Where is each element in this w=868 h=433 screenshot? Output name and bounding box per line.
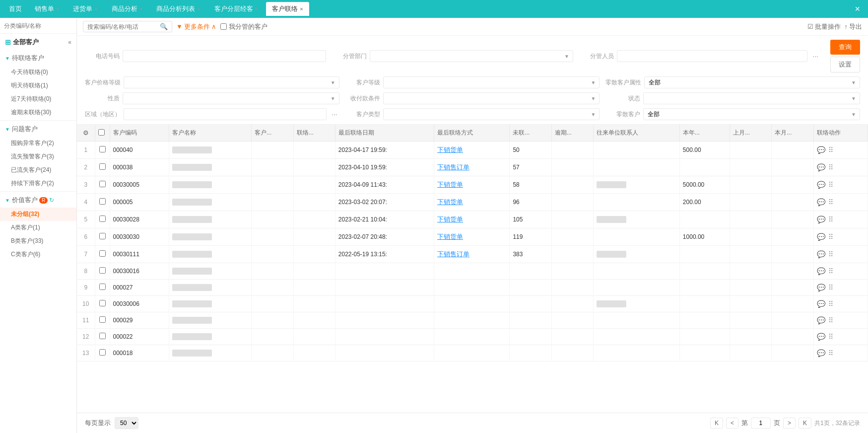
row-last-contact-method[interactable] bbox=[434, 329, 510, 345]
nav-tab-purchase[interactable]: 进货单 × bbox=[67, 2, 103, 16]
nav-home[interactable]: 首页 bbox=[4, 4, 27, 13]
row-checkbox[interactable] bbox=[99, 146, 106, 152]
export-button[interactable]: ↑ 导出 bbox=[845, 22, 863, 31]
nav-close-button[interactable]: × bbox=[851, 4, 864, 14]
row-checkbox[interactable] bbox=[99, 250, 106, 257]
more-icon[interactable]: ⠿ bbox=[828, 198, 833, 206]
more-icon[interactable]: ⠿ bbox=[828, 284, 833, 291]
row-checkbox-cell[interactable] bbox=[95, 329, 110, 345]
settings-column-header[interactable]: ⚙ bbox=[77, 125, 95, 142]
col-header-partner-contact[interactable]: 往来单位联系人 bbox=[593, 125, 679, 142]
prev-page-button[interactable]: < bbox=[726, 418, 738, 429]
row-last-contact-method[interactable]: 下销售订单 bbox=[434, 246, 510, 263]
row-checkbox-cell[interactable] bbox=[95, 142, 110, 159]
contact-method-link[interactable]: 下销售订单 bbox=[437, 250, 469, 258]
more-icon[interactable]: ⠿ bbox=[828, 163, 833, 171]
nav-tab-analysis-close[interactable]: × bbox=[139, 6, 142, 12]
contact-method-link[interactable]: 下销售订单 bbox=[437, 163, 469, 171]
row-name[interactable]: *** bbox=[169, 345, 252, 361]
phone-input[interactable] bbox=[123, 50, 326, 62]
price-level-select[interactable] bbox=[124, 76, 339, 88]
reset-button[interactable]: 设置 bbox=[830, 57, 860, 72]
contact-method-link[interactable]: 下销货单 bbox=[437, 146, 463, 153]
row-last-contact-method[interactable] bbox=[434, 312, 510, 329]
col-header-contact[interactable]: 联络... bbox=[293, 125, 335, 142]
row-checkbox-cell[interactable] bbox=[95, 194, 110, 211]
sidebar-item-churn-warning[interactable]: 流失预警客户(3) bbox=[0, 150, 76, 163]
contact-method-link[interactable]: 下销货单 bbox=[437, 216, 463, 223]
status-select[interactable] bbox=[643, 92, 860, 104]
more-filters-button[interactable]: ▼ 更多条件 ∧ bbox=[176, 22, 216, 31]
col-header-this-month[interactable]: 本月... bbox=[772, 125, 813, 142]
nav-tab-contact[interactable]: 客户联络 × bbox=[266, 2, 309, 16]
first-page-button[interactable]: K bbox=[710, 418, 723, 429]
sidebar-item-c-class[interactable]: C类客户(6) bbox=[0, 248, 76, 261]
row-name[interactable]: ***公 bbox=[169, 280, 252, 296]
retail-customer-select[interactable]: 全部 bbox=[643, 108, 860, 120]
person-input[interactable] bbox=[617, 50, 807, 62]
row-checkbox-cell[interactable] bbox=[95, 263, 110, 280]
sidebar-item-hoarding[interactable]: 囤购异常客户(2) bbox=[0, 137, 76, 150]
row-last-contact-method[interactable]: 下销货单 bbox=[434, 176, 510, 194]
chat-icon[interactable]: 💬 bbox=[817, 146, 825, 154]
row-checkbox[interactable] bbox=[99, 216, 106, 222]
nav-tab-sales[interactable]: 销售单 × bbox=[29, 2, 65, 16]
contact-method-link[interactable]: 下销货单 bbox=[437, 181, 463, 188]
refresh-icon[interactable]: ↻ bbox=[49, 197, 54, 204]
chat-icon[interactable]: 💬 bbox=[817, 181, 825, 189]
nav-tab-sales-close[interactable]: × bbox=[56, 6, 59, 12]
chat-icon[interactable]: 💬 bbox=[817, 284, 825, 291]
payment-select[interactable] bbox=[383, 92, 600, 104]
query-button[interactable]: 查询 bbox=[830, 40, 860, 55]
contact-method-link[interactable]: 下销货单 bbox=[437, 233, 463, 240]
row-name[interactable]: *** bbox=[169, 194, 252, 211]
row-name[interactable]: *** bbox=[169, 176, 252, 194]
nav-tab-contact-close[interactable]: × bbox=[300, 6, 303, 12]
nav-tab-purchase-close[interactable]: × bbox=[94, 6, 97, 12]
chat-icon[interactable]: 💬 bbox=[817, 316, 825, 324]
col-header-no-contact[interactable]: 未联... bbox=[510, 125, 551, 142]
dept-select[interactable] bbox=[370, 50, 573, 62]
row-checkbox[interactable] bbox=[99, 333, 106, 339]
more-icon[interactable]: ⠿ bbox=[828, 300, 833, 308]
more-icon[interactable]: ⠿ bbox=[828, 146, 833, 154]
row-last-contact-method[interactable] bbox=[434, 345, 510, 361]
more-icon[interactable]: ⠿ bbox=[828, 267, 833, 275]
sidebar-collapse-button[interactable]: « bbox=[68, 39, 71, 46]
row-checkbox-cell[interactable] bbox=[95, 228, 110, 246]
row-checkbox[interactable] bbox=[99, 181, 106, 187]
more-icon[interactable]: ⠿ bbox=[828, 250, 833, 258]
nav-tab-segment[interactable]: 客户分层经客 × bbox=[208, 2, 264, 16]
row-checkbox[interactable] bbox=[99, 267, 106, 274]
row-name[interactable]: ***请 bbox=[169, 159, 252, 176]
sidebar-all-customers-header[interactable]: ⊞ 全部客户 « bbox=[0, 34, 76, 51]
more-icon[interactable]: ⠿ bbox=[828, 233, 833, 241]
page-number-input[interactable] bbox=[751, 418, 771, 429]
contact-method-link[interactable]: 下销货单 bbox=[437, 198, 463, 206]
row-checkbox-cell[interactable] bbox=[95, 345, 110, 361]
row-checkbox-cell[interactable] bbox=[95, 246, 110, 263]
row-checkbox[interactable] bbox=[99, 163, 106, 170]
col-header-last-date[interactable]: 最后联络日期 bbox=[335, 125, 434, 142]
row-checkbox-cell[interactable] bbox=[95, 280, 110, 296]
more-icon[interactable]: ⠿ bbox=[828, 349, 833, 357]
chat-icon[interactable]: 💬 bbox=[817, 163, 825, 171]
region-dots-icon[interactable]: ··· bbox=[330, 110, 339, 118]
row-name[interactable]: 浓*** bbox=[169, 329, 252, 345]
row-last-contact-method[interactable] bbox=[434, 296, 510, 312]
chat-icon[interactable]: 💬 bbox=[817, 250, 825, 258]
customer-level-select[interactable] bbox=[383, 76, 600, 88]
row-last-contact-method[interactable]: 下销货单 bbox=[434, 194, 510, 211]
row-checkbox-cell[interactable] bbox=[95, 312, 110, 329]
row-last-contact-method[interactable] bbox=[434, 280, 510, 296]
chat-icon[interactable]: 💬 bbox=[817, 349, 825, 357]
row-checkbox-cell[interactable] bbox=[95, 176, 110, 194]
sidebar-item-churned[interactable]: 已流失客户(24) bbox=[0, 163, 76, 177]
nav-tab-analysis[interactable]: 商品分析 × bbox=[106, 2, 148, 16]
row-name[interactable]: ***伙伴 bbox=[169, 142, 252, 159]
batch-operations-button[interactable]: ☑ 批量操作 bbox=[807, 22, 841, 31]
my-customers-checkbox[interactable] bbox=[220, 23, 227, 30]
sidebar-search-input[interactable] bbox=[4, 22, 77, 29]
retail-attr-select[interactable]: 全部 bbox=[644, 76, 860, 88]
chat-icon[interactable]: 💬 bbox=[817, 267, 825, 275]
